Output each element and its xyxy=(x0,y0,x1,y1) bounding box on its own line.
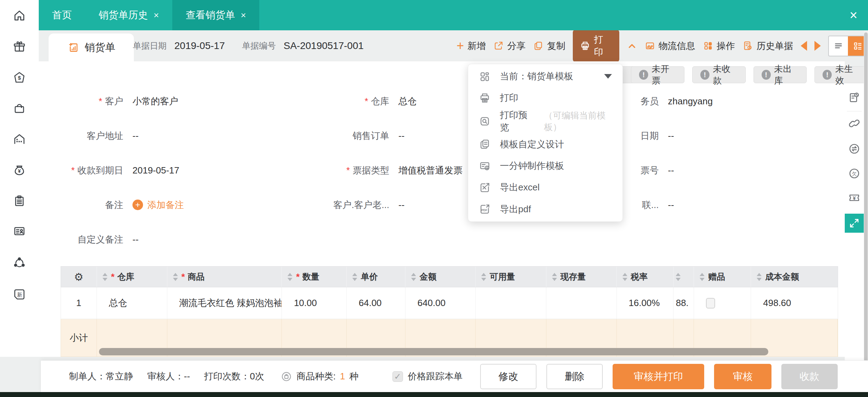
delete-button[interactable]: 删除 xyxy=(546,364,603,389)
doc-date-field: 单据日期 2019-05-17 xyxy=(133,30,225,61)
warehouse-building-icon[interactable] xyxy=(13,133,26,146)
tab-home[interactable]: 首页 xyxy=(39,0,85,30)
menu-item-current-template[interactable]: 当前：销货单模板 xyxy=(468,66,622,87)
voucher-yen-icon[interactable]: ¥ xyxy=(848,191,861,204)
header-cost-amount[interactable]: 成本金额 xyxy=(751,267,838,287)
next-arrow-icon[interactable] xyxy=(814,41,821,51)
doc-log-icon[interactable] xyxy=(848,91,861,104)
desktop-background-strip xyxy=(0,392,868,397)
share-button[interactable]: 分享 xyxy=(493,40,526,52)
cell-cost-amount: 498.60 xyxy=(751,287,838,319)
tab-view-sales-order[interactable]: 查看销货单 × xyxy=(172,0,259,30)
gear-icon[interactable]: ⚙ xyxy=(74,271,83,283)
menu-item-export-pdf[interactable]: PDF 导出pdf xyxy=(468,198,622,220)
sort-icon[interactable] xyxy=(552,273,557,281)
sort-icon[interactable] xyxy=(352,273,357,281)
field-label: 务员 xyxy=(640,95,659,108)
copy-label: 复制 xyxy=(547,40,565,52)
menu-item-print[interactable]: 打印 xyxy=(468,87,622,109)
required-asterisk: * xyxy=(296,271,299,282)
money-bag-yen-icon[interactable]: ¥ xyxy=(13,164,26,177)
header-clipped-column[interactable] xyxy=(674,267,694,287)
edit-button[interactable]: 修改 xyxy=(480,364,537,389)
field-label: 票号 xyxy=(640,164,659,177)
list-view-toggle[interactable] xyxy=(829,36,848,56)
vertical-scrollbar-thumb[interactable] xyxy=(864,32,868,369)
subtotal-label: 小计 xyxy=(61,319,97,356)
menu-item-quick-template[interactable]: 一分钟制作模板 xyxy=(468,155,622,177)
clipboard-icon[interactable] xyxy=(13,194,26,208)
svg-text:PDF: PDF xyxy=(481,209,487,212)
header-label: 成本金额 xyxy=(765,271,799,282)
sort-icon[interactable] xyxy=(481,273,486,281)
cell-index: 1 xyxy=(61,287,97,319)
export-excel-icon xyxy=(479,182,491,194)
header-tax-rate[interactable]: 税率 xyxy=(617,267,674,287)
menu-item-print-preview[interactable]: 打印预览 （可编辑当前模板） xyxy=(468,109,622,134)
gift-checkbox[interactable] xyxy=(706,298,715,309)
header-gift[interactable]: 赠品 xyxy=(694,267,751,287)
link-icon[interactable] xyxy=(848,117,861,130)
sort-icon[interactable] xyxy=(173,273,178,281)
tab-close-icon[interactable]: × xyxy=(154,10,159,21)
add-note-button[interactable]: + 添加备注 xyxy=(132,199,184,211)
cell-unit-price: 64.00 xyxy=(347,287,405,319)
price-track-checkbox[interactable]: ✓ xyxy=(392,371,403,382)
vertical-scrollbar[interactable] xyxy=(864,30,868,392)
print-button[interactable]: 打印 xyxy=(573,30,619,62)
copy-button[interactable]: 复制 xyxy=(533,40,565,52)
status-badge-label: 未开票 xyxy=(652,63,676,86)
column-settings-header[interactable]: ⚙ xyxy=(61,267,97,287)
doc-type-tab[interactable]: 销货单 xyxy=(49,33,134,61)
add-button[interactable]: + 新增 xyxy=(457,39,486,52)
header-product[interactable]: *商品 xyxy=(167,267,282,287)
shopping-bag-icon[interactable] xyxy=(13,102,26,115)
sort-icon[interactable] xyxy=(622,273,627,281)
menu-item-template-design[interactable]: 模板自定义设计 xyxy=(468,134,622,155)
history-label: 历史单据 xyxy=(757,40,793,52)
header-amount[interactable]: 金额 xyxy=(405,267,476,287)
header-unit-price[interactable]: 单价 xyxy=(347,267,405,287)
sort-icon[interactable] xyxy=(411,273,416,281)
tab-close-icon[interactable]: × xyxy=(241,10,246,21)
document-toolbar: 销货单 单据日期 2019-05-17 单据编号 SA-20190517-001… xyxy=(39,30,868,61)
audit-and-print-button[interactable]: 审核并打印 xyxy=(613,364,704,389)
required-asterisk: * xyxy=(111,271,114,282)
audit-button[interactable]: 审核 xyxy=(714,364,771,389)
horizontal-scrollbar-thumb[interactable] xyxy=(99,348,768,355)
sort-icon[interactable] xyxy=(103,273,107,281)
collect-payment-button[interactable]: 收款 xyxy=(781,364,838,389)
sort-icon[interactable] xyxy=(676,273,681,281)
print-count-label: 打印次数： xyxy=(204,371,250,381)
header-quantity[interactable]: *数量 xyxy=(282,267,347,287)
owe-circle-icon[interactable]: 欠 xyxy=(848,167,861,180)
home-icon[interactable] xyxy=(12,8,26,23)
header-stock[interactable]: 现存量 xyxy=(546,267,617,287)
header-available[interactable]: 可用量 xyxy=(476,267,546,287)
tab-view-sales-order-label: 查看销货单 xyxy=(186,8,235,22)
actions-button[interactable]: 操作 xyxy=(703,40,735,52)
tab-sales-history[interactable]: 销货单历史 × xyxy=(85,0,172,30)
sort-icon[interactable] xyxy=(757,273,762,281)
new-feature-icon[interactable]: 新 xyxy=(13,288,26,301)
history-button[interactable]: 历史单据 xyxy=(743,40,793,52)
field-label: 客户地址 xyxy=(87,130,123,142)
price-house-icon[interactable]: $ xyxy=(13,71,26,84)
header-warehouse[interactable]: *仓库 xyxy=(97,267,167,287)
maker-label: 制单人： xyxy=(69,371,106,381)
logistics-button[interactable]: 物流信息 xyxy=(645,40,695,52)
form-row-warehouse: *仓库 总仓 xyxy=(303,84,463,118)
contact-card-icon[interactable] xyxy=(13,224,26,238)
currency-exchange-icon[interactable] xyxy=(848,142,861,155)
gift-icon[interactable] xyxy=(13,40,26,54)
sort-icon[interactable] xyxy=(287,273,292,281)
prev-arrow-icon[interactable] xyxy=(801,41,807,51)
window-close-icon[interactable]: × xyxy=(845,0,862,30)
caret-up-icon[interactable] xyxy=(627,41,637,50)
caret-down-icon[interactable] xyxy=(604,74,612,79)
category-unit: 种 xyxy=(349,370,359,383)
share-network-icon[interactable] xyxy=(13,256,26,269)
fullscreen-expand-icon[interactable] xyxy=(845,214,864,233)
menu-item-export-excel[interactable]: 导出excel xyxy=(468,177,622,198)
sort-icon[interactable] xyxy=(700,273,705,281)
